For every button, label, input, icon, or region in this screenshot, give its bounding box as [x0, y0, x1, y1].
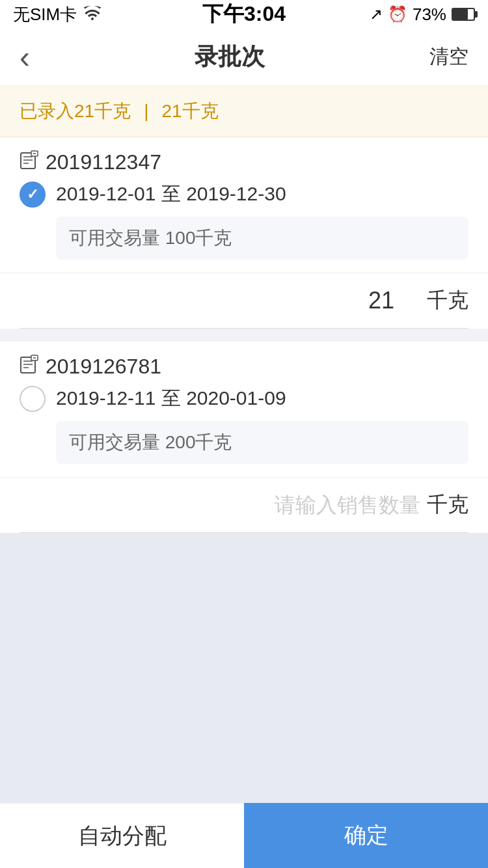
batch1-qty-row: 21 千克: [0, 273, 488, 328]
summary-divider: |: [144, 101, 148, 122]
batch2-date: 2019-12-11 至 2020-01-09: [56, 385, 286, 412]
status-bar: 无SIM卡 下午3:04 ↗ ⏰ 73%: [0, 0, 488, 29]
clear-button[interactable]: 清空: [429, 44, 468, 70]
batch1-radio[interactable]: [20, 182, 46, 208]
battery-text: 73%: [413, 5, 446, 25]
status-right: ↗ ⏰ 73%: [370, 5, 475, 25]
back-button[interactable]: ‹: [20, 39, 30, 75]
confirm-button[interactable]: 确定: [244, 803, 488, 868]
status-left: 无SIM卡: [13, 3, 102, 26]
auto-distribute-button[interactable]: 自动分配: [0, 803, 244, 868]
recorded-label: 已录入21千克: [20, 99, 131, 124]
batch1-qty-unit: 千克: [427, 286, 468, 315]
nav-bar: ‹ 录批次 清空: [0, 29, 488, 86]
section-separator: [0, 329, 488, 342]
batch2-header: 2019126781: [20, 355, 468, 379]
batch2-qty-row: 千克: [0, 477, 488, 532]
batch2-date-row: 2019-12-11 至 2020-01-09: [20, 385, 468, 412]
batch1-header: 2019112347: [20, 150, 468, 174]
wifi-icon: [83, 5, 102, 25]
batch2-qty-input[interactable]: [0, 493, 420, 517]
batch2-available: 可用交易量 200千克: [56, 421, 468, 464]
batch1-date: 2019-12-01 至 2019-12-30: [56, 181, 286, 208]
bottom-bar: 自动分配 确定: [0, 803, 488, 868]
location-icon: ↗: [370, 5, 383, 23]
carrier-text: 无SIM卡: [13, 3, 77, 26]
batch1-icon: [20, 150, 39, 174]
time-display: 下午3:04: [202, 0, 286, 29]
summary-total: 21千克: [161, 99, 218, 124]
batch2-icon: [20, 355, 39, 379]
batch1-qty-value: 21: [368, 287, 394, 314]
batch-card-1: 2019112347 2019-12-01 至 2019-12-30 可用交易量…: [0, 137, 488, 329]
summary-banner: 已录入21千克 | 21千克: [0, 86, 488, 137]
batch-card-2: 2019126781 2019-12-11 至 2020-01-09 可用交易量…: [0, 342, 488, 533]
batch1-id: 2019112347: [46, 150, 161, 174]
batch2-id: 2019126781: [46, 355, 161, 379]
page-title: 录批次: [195, 41, 265, 73]
batch2-radio[interactable]: [20, 386, 46, 412]
batch1-date-row: 2019-12-01 至 2019-12-30: [20, 181, 468, 208]
batch2-qty-unit: 千克: [427, 491, 468, 519]
batch1-available: 可用交易量 100千克: [56, 217, 468, 260]
alarm-icon: ⏰: [388, 5, 407, 23]
battery-icon: [452, 8, 475, 21]
